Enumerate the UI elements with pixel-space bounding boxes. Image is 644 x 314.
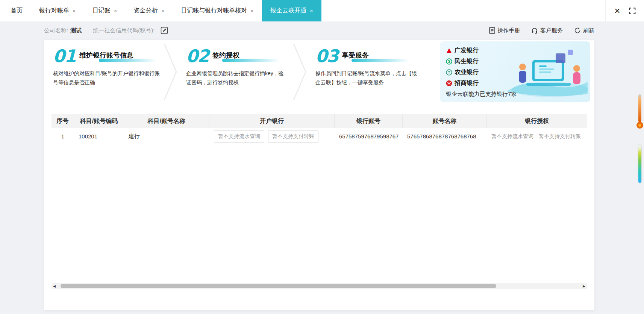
company-name-value: 测试 (70, 27, 82, 34)
tab-label: 银企云联开通 (270, 7, 306, 15)
horizontal-scrollbar[interactable]: ◀ ▶ (52, 283, 587, 289)
cell-account-title: 5765786876878768768768 (403, 128, 487, 145)
fixed-column-divider (487, 114, 487, 283)
step-1-number: 01 (53, 47, 76, 65)
customer-service-label: 客户服务 (540, 27, 563, 34)
bank-name: 招商银行 (455, 79, 479, 87)
bank-name: 广发银行 (455, 47, 479, 55)
edit-company-button[interactable] (161, 27, 168, 34)
header-account-name: 科目/账号名称 (124, 114, 209, 128)
steps-banner: 01 维护银行账号信息 核对维护的对应科目/账号的开户银行和银行账号等信息是否正… (44, 40, 594, 104)
thermometer-widget[interactable] (636, 94, 643, 129)
guangfa-bank-icon (446, 47, 452, 54)
bank-item-minsheng: $ 民生银行 (446, 57, 479, 66)
step-underline-decoration (352, 59, 408, 62)
manual-icon (489, 27, 495, 34)
tab-bar: 首页 银行对账单 × 日记账 × 资金分析 × 日记账与银行对账单核对 × 银企… (0, 0, 644, 21)
bank-name: 民生银行 (455, 58, 479, 65)
tab-close-icon[interactable]: × (250, 8, 254, 14)
step-3-number: 03 (315, 47, 338, 65)
bank-name: 农业银行 (455, 68, 479, 76)
gradient-slider-widget[interactable] (638, 145, 641, 183)
table-header-row: 序号 科目/账号编码 科目/账号名称 开户银行 银行账号 账号名称 银行授权 (52, 114, 587, 128)
step-1-title: 维护银行账号信息 (79, 52, 133, 59)
cell-account-name: 建行 (124, 128, 209, 145)
refresh-button[interactable]: 刷新 (574, 27, 594, 34)
tab-close-icon[interactable]: × (114, 8, 117, 14)
header-opening-bank: 开户银行 (209, 114, 335, 128)
flow-query-disabled-button[interactable]: 暂不支持流水查询 (214, 130, 264, 143)
cell-opening-bank: 暂不支持流水查询 暂不支持支付转账 (209, 128, 335, 145)
step-1-description: 核对维护的对应科目/账号的开户银行和银行账号等信息是否正确 (53, 69, 163, 87)
close-icon[interactable]: ✕ (611, 5, 624, 17)
accounts-table: 序号 科目/账号编码 科目/账号名称 开户银行 银行账号 账号名称 银行授权 1… (52, 114, 587, 289)
step-underline-decoration (222, 59, 279, 62)
step-1: 01 维护银行账号信息 核对维护的对应科目/账号的开户银行和银行账号等信息是否正… (53, 47, 163, 87)
fullscreen-icon[interactable] (626, 5, 639, 17)
company-info: 公司名称: 测试 统一社会信用代码(税号): (44, 27, 168, 34)
bank-list: 广发银行 $ 民生银行 农业银行 (446, 46, 479, 88)
cell-bank-auth: 暂不支持流水查询 暂不支持支付转账 (487, 128, 587, 145)
header-bank-account: 银行账号 (335, 114, 403, 128)
payment-transfer-disabled-button[interactable]: 暂不支持支付转账 (268, 130, 318, 143)
tab-fund-analysis[interactable]: 资金分析 × (126, 0, 173, 21)
tab-list: 首页 银行对账单 × 日记账 × 资金分析 × 日记账与银行对账单核对 × 银企… (0, 0, 321, 21)
header-seq: 序号 (52, 114, 74, 128)
tab-label: 日记账与银行对账单核对 (181, 7, 247, 15)
thermometer-icon (636, 94, 643, 129)
header-account-title: 账号名称 (403, 114, 487, 128)
cell-seq: 1 (52, 128, 74, 145)
step-2-title: 签约授权 (212, 52, 239, 59)
tabbar-controls: ✕ (605, 0, 644, 21)
chevron-separator-icon (163, 42, 179, 102)
scroll-right-icon[interactable]: ▶ (581, 283, 587, 289)
customer-service-button[interactable]: 客户服务 (531, 27, 563, 34)
toolbar-actions: 操作手册 客户服务 刷新 (489, 27, 594, 34)
tab-home[interactable]: 首页 (2, 0, 31, 21)
tab-label: 首页 (11, 7, 23, 15)
step-underline-decoration (99, 59, 155, 62)
cell-account-code: 100201 (74, 128, 124, 145)
svg-text:$: $ (448, 59, 450, 64)
tab-label: 银行对账单 (39, 7, 69, 15)
merchants-bank-icon (446, 80, 452, 86)
refresh-icon (574, 27, 581, 34)
edit-icon (161, 27, 168, 34)
table-body: 1 100201 建行 暂不支持流水查询 暂不支持支付转账 6575875976… (52, 128, 587, 283)
minsheng-bank-icon: $ (446, 58, 452, 65)
header-bank-auth: 银行授权 (487, 114, 587, 128)
toolbar: 公司名称: 测试 统一社会信用代码(税号): 操作手册 (44, 21, 594, 39)
step-3-description: 操作员回到日记账/账号流水菜单，点击【银企云联】按钮，一键享受服务 (315, 69, 421, 87)
step-2: 02 签约授权 企业网银管理员跳转去指定银行插key，验证密码，进行签约授权 (186, 47, 288, 87)
bank-item-nongye: 农业银行 (446, 68, 479, 77)
step-2-number: 02 (186, 47, 209, 65)
step-3-title: 享受服务 (342, 52, 369, 59)
header-account-code: 科目/账号编码 (74, 114, 124, 128)
supported-banks-panel: 广发银行 $ 民生银行 农业银行 (440, 41, 590, 102)
step-2-description: 企业网银管理员跳转去指定银行插key，验证密码，进行签约授权 (186, 69, 288, 87)
agricultural-bank-icon (446, 69, 452, 76)
tab-journal-bank-check[interactable]: 日记账与银行对账单核对 × (173, 0, 262, 21)
step-3: 03 享受服务 操作员回到日记账/账号流水菜单，点击【银企云联】按钮，一键享受服… (315, 47, 421, 87)
manual-label: 操作手册 (497, 27, 520, 34)
table-row: 1 100201 建行 暂不支持流水查询 暂不支持支付转账 6575875976… (52, 128, 587, 145)
tab-label: 日记账 (92, 7, 111, 15)
tab-close-icon[interactable]: × (161, 8, 165, 14)
company-name-label: 公司名称: (44, 27, 68, 34)
bank-item-zhaoshang: 招商银行 (446, 79, 479, 88)
auth-payment-transfer-text: 暂不支持支付转账 (539, 133, 581, 140)
manual-button[interactable]: 操作手册 (489, 27, 520, 34)
tab-bank-cloud-link[interactable]: 银企云联开通 × (262, 0, 321, 21)
tab-close-icon[interactable]: × (73, 8, 76, 14)
tab-label: 资金分析 (134, 7, 158, 15)
headset-icon (531, 27, 538, 34)
tax-code-label: 统一社会信用代码(税号): (93, 27, 155, 34)
tab-close-icon[interactable]: × (310, 8, 313, 14)
tab-bank-statement[interactable]: 银行对账单 × (31, 0, 84, 21)
scrollbar-thumb[interactable] (61, 284, 496, 288)
auth-flow-query-text: 暂不支持流水查询 (491, 133, 533, 140)
tab-journal[interactable]: 日记账 × (84, 0, 126, 21)
scroll-left-icon[interactable]: ◀ (52, 283, 57, 289)
content-card: 01 维护银行账号信息 核对维护的对应科目/账号的开户银行和银行账号等信息是否正… (44, 40, 594, 310)
chevron-separator-icon (292, 42, 308, 102)
